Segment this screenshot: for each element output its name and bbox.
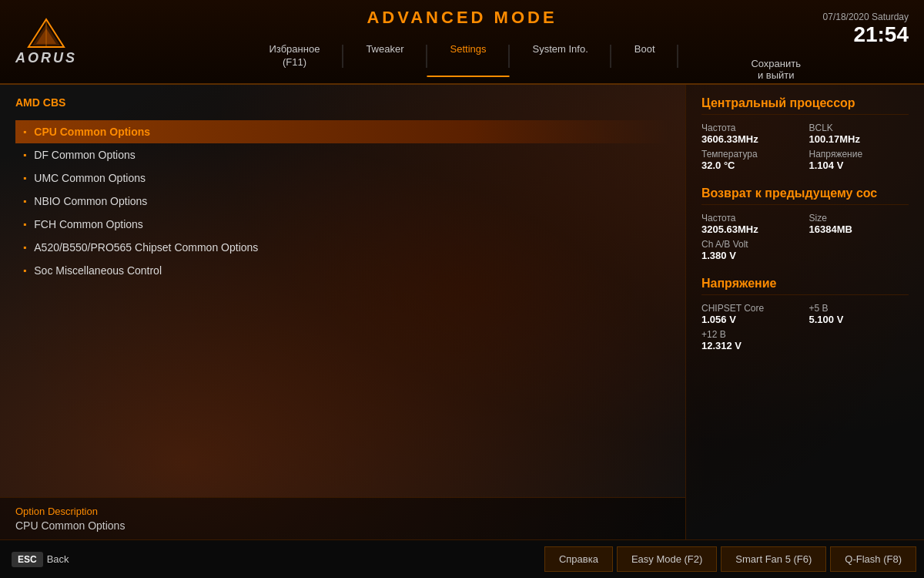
menu-item-a520[interactable]: A520/B550/PRO565 Chipset Common Options — [15, 236, 670, 259]
bclk-item: BCLK 100.17MHz — [809, 123, 909, 145]
plus12-volt-item: +12 В 12.312 V — [701, 329, 802, 351]
datetime: 07/18/2020 Saturday 21:54 — [823, 12, 909, 47]
memory-info-section: Возврат к предыдущему сос Частота 3205.6… — [701, 187, 909, 261]
menu-item-soc[interactable]: Soc Miscellaneous Control — [15, 259, 670, 282]
plus5-volt-item: +5 В 5.100 V — [809, 303, 909, 325]
footer-buttons: Справка Easy Mode (F2) Smart Fan 5 (F6) … — [544, 546, 924, 572]
cpu-freq-item: Частота 3606.33MHz — [701, 123, 802, 145]
plus5-volt-label: +5 В — [809, 303, 909, 314]
plus12-volt-value: 12.312 V — [701, 340, 802, 351]
ch-volt-value: 1.380 V — [701, 250, 802, 261]
mode-title: ADVANCED MODE — [153, 8, 770, 28]
menu-item-umc[interactable]: UMC Common Options — [15, 166, 670, 190]
logo-area: AORUS — [0, 10, 92, 74]
tab-sysinfo[interactable]: System Info. — [510, 37, 611, 77]
date-display: 07/18/2020 Saturday — [823, 12, 909, 22]
qflash-button[interactable]: Q-Flash (F8) — [830, 546, 916, 572]
voltage-info-section: Напряжение CHIPSET Core 1.056 V +5 В 5.1… — [701, 277, 909, 351]
esc-key-badge: ESC — [12, 552, 43, 567]
voltage-section-title: Напряжение — [701, 277, 909, 295]
menu-item-df[interactable]: DF Common Options — [15, 143, 670, 166]
help-button[interactable]: Справка — [544, 546, 613, 572]
cpu-section-title: Центральный процессор — [701, 96, 909, 115]
bclk-value: 100.17MHz — [809, 133, 909, 145]
cpu-volt-item: Напряжение 1.104 V — [809, 149, 909, 171]
menu-item-cpu[interactable]: CPU Common Options — [15, 120, 670, 143]
left-panel: AMD CBS CPU Common Options DF Common Opt… — [0, 85, 685, 539]
tab-settings[interactable]: Settings — [427, 37, 510, 77]
mem-size-item: Size 16384MB — [809, 213, 909, 235]
logo-text: AORUS — [15, 50, 77, 66]
plus12-volt-label: +12 В — [701, 329, 802, 340]
menu-item-nbio[interactable]: NBIO Common Options — [15, 190, 670, 213]
main-content: AMD CBS CPU Common Options DF Common Opt… — [0, 85, 924, 539]
nav-tabs: Избранное (F11) Tweaker Settings System … — [153, 37, 770, 77]
cpu-freq-value: 3606.33MHz — [701, 133, 802, 145]
footer-left: ESC Back — [0, 552, 81, 567]
chipset-volt-item: CHIPSET Core 1.056 V — [701, 303, 802, 325]
cpu-volt-value: 1.104 V — [809, 160, 909, 171]
smart-fan-button[interactable]: Smart Fan 5 (F6) — [721, 546, 826, 572]
menu-item-fch[interactable]: FCH Common Options — [15, 213, 670, 236]
cpu-freq-label: Частота — [701, 123, 802, 133]
tab-favorites[interactable]: Избранное (F11) — [246, 37, 343, 77]
plus5-volt-value: 5.100 V — [809, 314, 909, 325]
mem-size-label: Size — [809, 213, 909, 223]
cpu-temp-value: 32.0 °C — [701, 160, 802, 171]
chipset-volt-label: CHIPSET Core — [701, 303, 802, 314]
mem-freq-value: 3205.63MHz — [701, 223, 802, 235]
mem-size-value: 16384MB — [809, 223, 909, 235]
header: AORUS ADVANCED MODE Избранное (F11) Twea… — [0, 0, 924, 85]
cpu-info-grid: Частота 3606.33MHz BCLK 100.17MHz Темпер… — [701, 123, 909, 171]
title-area: ADVANCED MODE Избранное (F11) Tweaker Se… — [153, 8, 770, 77]
easy-mode-button[interactable]: Easy Mode (F2) — [617, 546, 717, 572]
aorus-logo-icon — [27, 18, 65, 49]
right-panel: Центральный процессор Частота 3606.33MHz… — [685, 85, 924, 539]
ch-volt-item: Ch A/B Volt 1.380 V — [701, 239, 802, 261]
memory-info-grid: Частота 3205.63MHz Size 16384MB Ch A/B V… — [701, 213, 909, 261]
mem-freq-label: Частота — [701, 213, 802, 223]
save-exit-button[interactable]: Сохранить и выйти — [751, 46, 801, 81]
bclk-label: BCLK — [809, 123, 909, 133]
time-display: 21:54 — [823, 22, 909, 47]
footer: ESC Back Справка Easy Mode (F2) Smart Fa… — [0, 539, 924, 578]
cpu-temp-item: Температура 32.0 °C — [701, 149, 802, 171]
esc-back-label: Back — [47, 553, 69, 565]
mem-freq-item: Частота 3205.63MHz — [701, 213, 802, 235]
tab-boot[interactable]: Boot — [611, 37, 678, 77]
cpu-info-section: Центральный процессор Частота 3606.33MHz… — [701, 96, 909, 171]
memory-section-title: Возврат к предыдущему сос — [701, 187, 909, 205]
chipset-volt-value: 1.056 V — [701, 314, 802, 325]
ch-volt-label: Ch A/B Volt — [701, 239, 802, 250]
voltage-info-grid: CHIPSET Core 1.056 V +5 В 5.100 V +12 В … — [701, 303, 909, 351]
cpu-volt-label: Напряжение — [809, 149, 909, 160]
cpu-temp-label: Температура — [701, 149, 802, 160]
menu-list: CPU Common Options DF Common Options UMC… — [15, 120, 670, 282]
breadcrumb: AMD CBS — [15, 96, 670, 109]
tab-tweaker[interactable]: Tweaker — [343, 37, 427, 77]
